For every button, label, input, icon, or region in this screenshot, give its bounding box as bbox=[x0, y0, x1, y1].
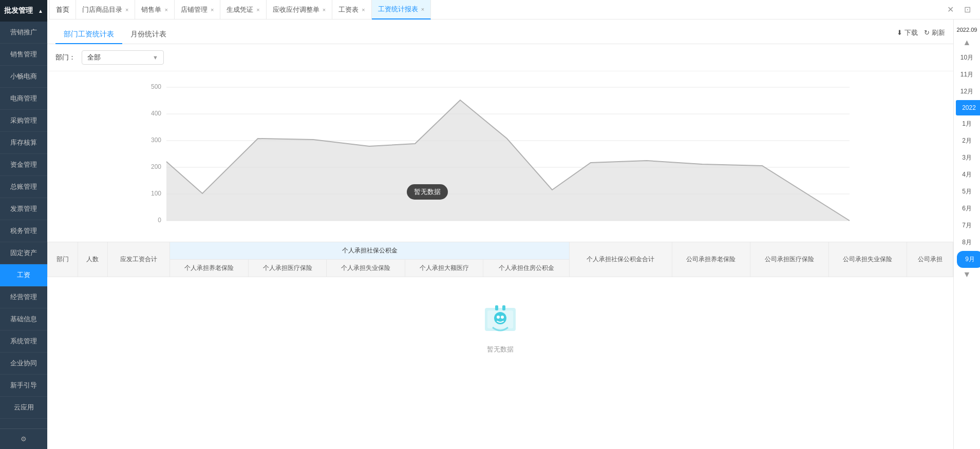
sidebar-item-库存核算[interactable]: 库存核算 bbox=[0, 132, 47, 154]
chart-container: 500 400 300 200 100 0 bbox=[47, 71, 953, 242]
date-panel-item-9月[interactable]: 9月 bbox=[957, 251, 980, 268]
page-content: 部门工资统计表月份统计表 ⬇ 下载 ↻ 刷新 部门： 全部 ▼ bbox=[47, 19, 980, 449]
tab-close-icon[interactable]: × bbox=[323, 7, 326, 13]
sidebar-title: 批发管理 bbox=[4, 6, 33, 15]
tab-label: 首页 bbox=[56, 5, 69, 14]
col-company-other: 公司承担 bbox=[907, 242, 953, 277]
refresh-label: 刷新 bbox=[932, 28, 945, 37]
content-area: 部门工资统计表月份统计表 ⬇ 下载 ↻ 刷新 部门： 全部 ▼ bbox=[47, 19, 953, 449]
svg-marker-12 bbox=[166, 100, 850, 221]
tab-店铺管理[interactable]: 店铺管理× bbox=[175, 0, 220, 19]
tab-close-icon[interactable]: × bbox=[421, 6, 424, 12]
date-panel-current: 2022.09 bbox=[955, 24, 979, 36]
date-panel-item-7月[interactable]: 7月 bbox=[954, 217, 980, 234]
date-panel-item-5月[interactable]: 5月 bbox=[954, 183, 980, 200]
tab-label: 工资统计报表 bbox=[378, 5, 418, 14]
main-content: 首页门店商品目录×销售单×店铺管理×生成凭证×应收应付调整单×工资表×工资统计报… bbox=[47, 0, 980, 449]
sidebar-item-系统管理[interactable]: 系统管理 bbox=[0, 330, 47, 353]
download-button[interactable]: ⬇ 下载 bbox=[897, 28, 918, 37]
tab-工资统计报表[interactable]: 工资统计报表× bbox=[372, 0, 431, 19]
sidebar: 批发管理 ▲ 营销推广销售管理小畅电商电商管理采购管理库存核算资金管理总账管理发… bbox=[0, 0, 47, 449]
table-area[interactable]: 部门 人数 应发工资合计 个人承担社保公积金 个人承担社保公积金合计 公司承担养… bbox=[47, 242, 953, 449]
svg-text:300: 300 bbox=[151, 136, 161, 144]
tab-close-icon[interactable]: × bbox=[211, 7, 214, 13]
chevron-down-icon: ▼ bbox=[153, 54, 158, 61]
sidebar-item-新手引导[interactable]: 新手引导 bbox=[0, 375, 47, 397]
sidebar-header[interactable]: 批发管理 ▲ bbox=[0, 0, 47, 22]
sub-tabs-actions: ⬇ 下载 ↻ 刷新 bbox=[897, 28, 945, 42]
tab-close-icon[interactable]: × bbox=[362, 7, 365, 13]
tab-label: 生成凭证 bbox=[227, 5, 253, 14]
date-panel-item-8月[interactable]: 8月 bbox=[954, 234, 980, 251]
date-panel-item-2022[interactable]: 2022 bbox=[956, 100, 980, 115]
sidebar-item-税务管理[interactable]: 税务管理 bbox=[0, 220, 47, 242]
sidebar-item-基础信息[interactable]: 基础信息 bbox=[0, 308, 47, 330]
date-panel-item-6月[interactable]: 6月 bbox=[954, 200, 980, 217]
filter-label: 部门： bbox=[55, 53, 76, 62]
tab-首页[interactable]: 首页 bbox=[49, 0, 76, 19]
sidebar-item-采购管理[interactable]: 采购管理 bbox=[0, 110, 47, 132]
sidebar-item-工资[interactable]: 工资 bbox=[0, 264, 47, 286]
tab-销售单[interactable]: 销售单× bbox=[135, 0, 174, 19]
col-total-salary: 应发工资合计 bbox=[108, 242, 170, 277]
date-panel-item-2月[interactable]: 2月 bbox=[954, 132, 980, 149]
svg-text:500: 500 bbox=[151, 83, 161, 90]
sidebar-item-云应用[interactable]: 云应用 bbox=[0, 397, 47, 419]
tab-close-icon[interactable]: × bbox=[125, 7, 128, 13]
date-panel: 2022.09 ▲ 10月11月12月20221月2月3月4月5月6月7月8月9… bbox=[953, 19, 980, 449]
sidebar-item-经营管理[interactable]: 经营管理 bbox=[0, 286, 47, 308]
sidebar-item-电商管理[interactable]: 电商管理 bbox=[0, 88, 47, 110]
sidebar-item-销售管理[interactable]: 销售管理 bbox=[0, 44, 47, 66]
tab-生成凭证[interactable]: 生成凭证× bbox=[220, 0, 266, 19]
tab-close-all-icon[interactable]: ✕ bbox=[944, 4, 957, 15]
tab-工资表[interactable]: 工资表× bbox=[332, 0, 371, 19]
date-panel-up-icon[interactable]: ▲ bbox=[961, 36, 973, 49]
tab-应收应付调整单[interactable]: 应收应付调整单× bbox=[267, 0, 332, 19]
sidebar-item-企业协同[interactable]: 企业协同 bbox=[0, 353, 47, 375]
tab-门店商品目录[interactable]: 门店商品目录× bbox=[76, 0, 135, 19]
date-panel-item-11月[interactable]: 11月 bbox=[954, 66, 980, 83]
sidebar-settings[interactable]: ⚙ bbox=[0, 428, 47, 449]
date-panel-item-4月[interactable]: 4月 bbox=[954, 166, 980, 183]
col-personal-total: 个人承担社保公积金合计 bbox=[570, 242, 672, 277]
sidebar-item-营销推广[interactable]: 营销推广 bbox=[0, 22, 47, 44]
tab-close-icon[interactable]: × bbox=[164, 7, 167, 13]
chart-svg: 500 400 300 200 100 0 bbox=[55, 80, 945, 233]
filter-bar: 部门： 全部 ▼ bbox=[47, 44, 953, 71]
sidebar-item-发票管理[interactable]: 发票管理 bbox=[0, 198, 47, 220]
refresh-button[interactable]: ↻ 刷新 bbox=[924, 28, 945, 37]
svg-text:0: 0 bbox=[158, 217, 161, 224]
sidebar-item-小畅电商[interactable]: 小畅电商 bbox=[0, 66, 47, 88]
svg-point-17 bbox=[501, 316, 504, 319]
date-panel-item-1月[interactable]: 1月 bbox=[954, 115, 980, 132]
svg-rect-18 bbox=[495, 305, 498, 310]
tab-bar-end: ✕ ⊡ bbox=[944, 4, 978, 15]
tab-restore-icon[interactable]: ⊡ bbox=[961, 4, 974, 15]
sub-tab-月份统计表[interactable]: 月份统计表 bbox=[122, 26, 175, 44]
sidebar-item-总账管理[interactable]: 总账管理 bbox=[0, 176, 47, 198]
date-panel-item-12月[interactable]: 12月 bbox=[954, 83, 980, 100]
col-dept: 部门 bbox=[48, 242, 78, 277]
sidebar-item-资金管理[interactable]: 资金管理 bbox=[0, 154, 47, 176]
department-select-value: 全部 bbox=[87, 53, 101, 62]
tab-label: 工资表 bbox=[338, 5, 359, 14]
date-panel-down-icon[interactable]: ▼ bbox=[961, 268, 973, 281]
col-personal-bigmedical: 个人承担大额医疗 bbox=[405, 260, 483, 277]
tab-close-icon[interactable]: × bbox=[256, 7, 259, 13]
svg-rect-19 bbox=[502, 305, 505, 310]
date-panel-item-10月[interactable]: 10月 bbox=[954, 49, 980, 66]
tab-label: 门店商品目录 bbox=[82, 5, 122, 14]
svg-point-16 bbox=[497, 316, 500, 319]
tab-label: 店铺管理 bbox=[181, 5, 208, 14]
col-company-medical: 公司承担医疗保险 bbox=[750, 242, 828, 277]
download-icon: ⬇ bbox=[897, 29, 902, 36]
settings-icon: ⚙ bbox=[21, 435, 27, 443]
sidebar-collapse-icon: ▲ bbox=[38, 8, 43, 14]
empty-icon bbox=[480, 298, 521, 339]
sidebar-item-固定资产[interactable]: 固定资产 bbox=[0, 242, 47, 264]
col-personal-medical: 个人承担医疗保险 bbox=[248, 260, 326, 277]
department-select[interactable]: 全部 ▼ bbox=[82, 50, 164, 65]
date-panel-item-3月[interactable]: 3月 bbox=[954, 149, 980, 166]
sub-tab-部门工资统计表[interactable]: 部门工资统计表 bbox=[55, 26, 122, 44]
sub-tabs: 部门工资统计表月份统计表 ⬇ 下载 ↻ 刷新 bbox=[47, 19, 953, 44]
